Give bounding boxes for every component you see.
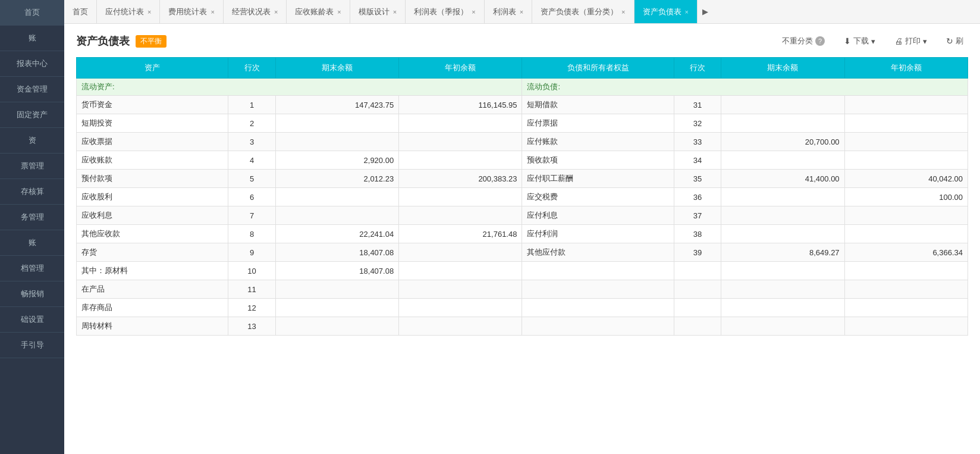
liability-year-5[interactable]: 40,042.00 [844,170,968,188]
tab-profit-quarterly-close[interactable]: × [472,8,475,15]
classify-button[interactable]: 不重分类 ? [777,33,830,49]
print-button[interactable]: 🖨 打印 ▾ [890,33,932,49]
sidebar-item-settings[interactable]: 础设置 [0,307,64,333]
asset-end-2[interactable] [275,114,398,133]
liability-year-2[interactable] [844,114,968,133]
asset-year-7[interactable] [399,206,522,225]
sidebar-item-account[interactable]: 账 [0,26,64,51]
liability-label-1[interactable]: 短期借款 [522,96,674,114]
sidebar-item-tickets[interactable]: 票管理 [0,154,64,179]
liability-year-13[interactable] [844,317,968,336]
help-icon[interactable]: ? [815,36,825,46]
tab-template-design-close[interactable]: × [393,8,397,15]
tab-balance-sheet-close[interactable]: × [685,8,689,15]
liability-label-6[interactable]: 应交税费 [522,188,674,206]
asset-end-10[interactable]: 18,407.08 [275,262,398,280]
asset-end-11[interactable] [275,280,398,299]
liability-end-8[interactable] [721,225,844,243]
sidebar-item-archive[interactable]: 档管理 [0,256,64,281]
liability-year-6[interactable]: 100.00 [844,188,968,206]
liability-end-13[interactable] [721,317,844,336]
liability-year-8[interactable] [844,225,968,243]
liability-end-7[interactable] [721,206,844,225]
liability-year-11[interactable] [844,280,968,299]
liability-end-3[interactable]: 20,700.00 [721,133,844,151]
liability-year-7[interactable] [844,206,968,225]
liability-label-7[interactable]: 应付利息 [522,206,674,225]
download-button[interactable]: ⬇ 下载 ▾ [839,33,880,49]
tab-operation[interactable]: 经营状况表 × [224,0,287,24]
tab-operation-close[interactable]: × [274,8,278,15]
tab-expense-stats-close[interactable]: × [211,8,214,15]
asset-label-1[interactable]: 货币资金 [77,96,228,114]
asset-label-11[interactable]: 在产品 [77,280,228,299]
liability-end-6[interactable] [721,188,844,206]
asset-end-7[interactable] [275,206,398,225]
asset-label-4[interactable]: 应收账款 [77,151,228,170]
asset-label-5[interactable]: 预付款项 [77,170,228,188]
liability-label-9[interactable]: 其他应付款 [522,243,674,262]
asset-label-13[interactable]: 周转材料 [77,317,228,336]
asset-end-12[interactable] [275,299,398,317]
tab-expense-stats[interactable]: 费用统计表 × [160,0,223,24]
tab-profit-close[interactable]: × [520,8,523,15]
asset-year-8[interactable]: 21,761.48 [399,225,522,243]
sidebar-item-guide[interactable]: 手引导 [0,333,64,358]
tab-balance-reclassify[interactable]: 资产负债表（重分类） × [532,0,634,24]
liability-label-10[interactable] [522,262,674,280]
tab-home[interactable]: 首页 [64,0,97,24]
tab-profit-quarterly[interactable]: 利润表（季报） × [406,0,484,24]
asset-year-9[interactable] [399,243,522,262]
liability-label-12[interactable] [522,299,674,317]
sidebar-item-expense[interactable]: 畅报销 [0,281,64,307]
asset-year-3[interactable] [399,133,522,151]
liability-label-8[interactable]: 应付利润 [522,225,674,243]
sidebar-item-home[interactable]: 首页 [0,0,64,26]
asset-end-1[interactable]: 147,423.75 [275,96,398,114]
liability-label-2[interactable]: 应付票据 [522,114,674,133]
asset-end-3[interactable] [275,133,398,151]
liability-end-11[interactable] [721,280,844,299]
asset-label-9[interactable]: 存货 [77,243,228,262]
asset-label-6[interactable]: 应收股利 [77,188,228,206]
liability-end-9[interactable]: 8,649.27 [721,243,844,262]
sidebar-item-ledger[interactable]: 账 [0,230,64,256]
asset-label-10[interactable]: 其中：原材料 [77,262,228,280]
liability-end-10[interactable] [721,262,844,280]
asset-end-9[interactable]: 18,407.08 [275,243,398,262]
asset-year-6[interactable] [399,188,522,206]
liability-year-3[interactable] [844,133,968,151]
asset-year-2[interactable] [399,114,522,133]
liability-end-5[interactable]: 41,400.00 [721,170,844,188]
tab-payable-stats-close[interactable]: × [147,8,151,15]
asset-end-6[interactable] [275,188,398,206]
liability-year-9[interactable]: 6,366.34 [844,243,968,262]
liability-label-5[interactable]: 应付职工薪酬 [522,170,674,188]
liability-label-3[interactable]: 应付账款 [522,133,674,151]
asset-year-12[interactable] [399,299,522,317]
refresh-button[interactable]: ↻ 刷 [941,33,968,49]
asset-year-4[interactable] [399,151,522,170]
asset-label-7[interactable]: 应收利息 [77,206,228,225]
asset-year-1[interactable]: 116,145.95 [399,96,522,114]
sidebar-item-inventory[interactable]: 存核算 [0,179,64,205]
asset-year-13[interactable] [399,317,522,336]
tab-balance-sheet[interactable]: 资产负债表 × [635,0,698,24]
tab-payable-stats[interactable]: 应付统计表 × [97,0,160,24]
liability-year-4[interactable] [844,151,968,170]
tab-scroll-right[interactable]: ▶ [698,7,713,16]
asset-end-5[interactable]: 2,012.23 [275,170,398,188]
liability-year-1[interactable] [844,96,968,114]
sidebar-item-fixed-assets[interactable]: 固定资产 [0,102,64,128]
tab-balance-reclassify-close[interactable]: × [621,8,625,15]
asset-end-4[interactable]: 2,920.00 [275,151,398,170]
tab-receivable-aging[interactable]: 应收账龄表 × [287,0,350,24]
liability-year-12[interactable] [844,299,968,317]
asset-year-5[interactable]: 200,383.23 [399,170,522,188]
liability-end-4[interactable] [721,151,844,170]
asset-year-11[interactable] [399,280,522,299]
sidebar-item-reports[interactable]: 报表中心 [0,51,64,77]
asset-label-3[interactable]: 应收票据 [77,133,228,151]
tab-profit[interactable]: 利润表 × [485,0,532,24]
asset-label-8[interactable]: 其他应收款 [77,225,228,243]
